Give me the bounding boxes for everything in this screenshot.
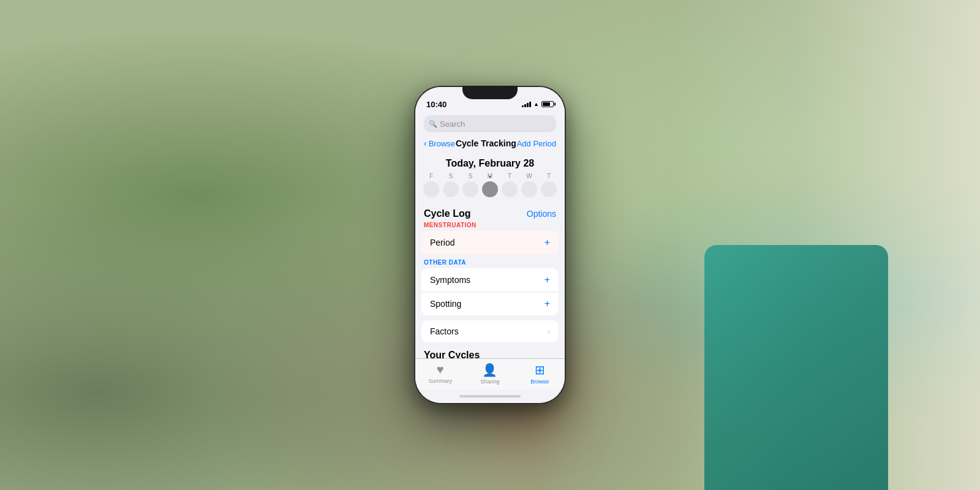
tab-summary-label: Summary — [428, 378, 452, 384]
status-time: 10:40 — [426, 100, 447, 109]
day-wednesday: W — [521, 173, 537, 197]
week-strip: F S S M T — [415, 173, 565, 200]
back-button[interactable]: ‹ Browse — [424, 138, 455, 148]
phone-device: 10:40 ▲ 🔍 S — [414, 86, 566, 404]
nav-title: Cycle Tracking — [456, 138, 516, 148]
symptoms-label: Symptoms — [430, 275, 470, 285]
home-bar — [459, 395, 521, 398]
tab-browse[interactable]: ⊞ Browse — [515, 363, 565, 385]
symptoms-row[interactable]: Symptoms + — [421, 268, 559, 292]
factors-card: Factors › — [421, 320, 559, 342]
browse-icon: ⊞ — [535, 363, 545, 377]
spotting-label: Spotting — [430, 299, 461, 309]
date-header: Today, February 28 — [415, 153, 565, 173]
search-icon: 🔍 — [429, 120, 437, 128]
day-monday-today: M — [482, 173, 498, 197]
cycle-log-section: Cycle Log Options MENSTRUATION Period + … — [421, 205, 559, 342]
tab-sharing-label: Sharing — [480, 379, 499, 385]
spotting-add-icon[interactable]: + — [545, 298, 550, 309]
battery-icon — [541, 101, 554, 107]
period-add-icon[interactable]: + — [545, 237, 550, 248]
day-tuesday: T — [502, 173, 518, 197]
day-friday: F — [423, 173, 439, 197]
cycle-log-title: Cycle Log — [424, 208, 470, 219]
search-bar-area: 🔍 Search — [415, 114, 565, 136]
phone-screen: 10:40 ▲ 🔍 S — [415, 87, 565, 403]
your-cycles-section: Your Cycles Cycle History › — [421, 350, 559, 358]
options-button[interactable]: Options — [527, 209, 556, 219]
nav-bar: ‹ Browse Cycle Tracking Add Period — [415, 136, 565, 153]
tab-sharing[interactable]: 👤 Sharing — [465, 363, 514, 385]
notch — [462, 86, 518, 99]
signal-icon — [522, 101, 531, 107]
day-saturday: S — [443, 173, 459, 197]
day-sunday: S — [462, 173, 478, 197]
add-period-button[interactable]: Add Period — [517, 139, 556, 148]
other-data-header: OTHER DATA — [421, 259, 559, 266]
day-thursday: T — [541, 173, 557, 197]
search-placeholder: Search — [440, 119, 465, 129]
period-row[interactable]: Period + — [421, 231, 559, 254]
back-label: Browse — [429, 139, 455, 148]
cycle-log-header-row: Cycle Log Options — [421, 205, 559, 222]
tab-summary[interactable]: ♥ Summary — [415, 363, 465, 385]
wifi-icon: ▲ — [533, 101, 539, 107]
heart-icon: ♥ — [437, 363, 444, 377]
period-label: Period — [430, 238, 454, 247]
symptoms-add-icon[interactable]: + — [545, 274, 550, 285]
status-icons: ▲ — [522, 101, 554, 107]
tab-bar: ♥ Summary 👤 Sharing ⊞ Browse — [415, 358, 565, 390]
factors-row[interactable]: Factors › — [421, 320, 559, 342]
menstruation-header: MENSTRUATION — [421, 222, 559, 228]
scroll-content: Today, February 28 F S S — [415, 153, 565, 358]
tab-browse-label: Browse — [530, 379, 549, 385]
your-cycles-title: Your Cycles — [421, 350, 559, 358]
phone-wrapper: 10:40 ▲ 🔍 S — [414, 86, 566, 404]
teal-chair — [704, 245, 888, 490]
other-data-card: Symptoms + Spotting + — [421, 268, 559, 315]
home-indicator — [415, 390, 565, 403]
search-bar[interactable]: 🔍 Search — [424, 115, 556, 132]
factors-chevron-icon: › — [548, 327, 550, 336]
spotting-row[interactable]: Spotting + — [421, 292, 559, 315]
factors-label: Factors — [430, 326, 459, 336]
chevron-left-icon: ‹ — [424, 138, 427, 148]
sharing-icon: 👤 — [482, 363, 497, 377]
menstruation-card: Period + — [421, 231, 559, 254]
